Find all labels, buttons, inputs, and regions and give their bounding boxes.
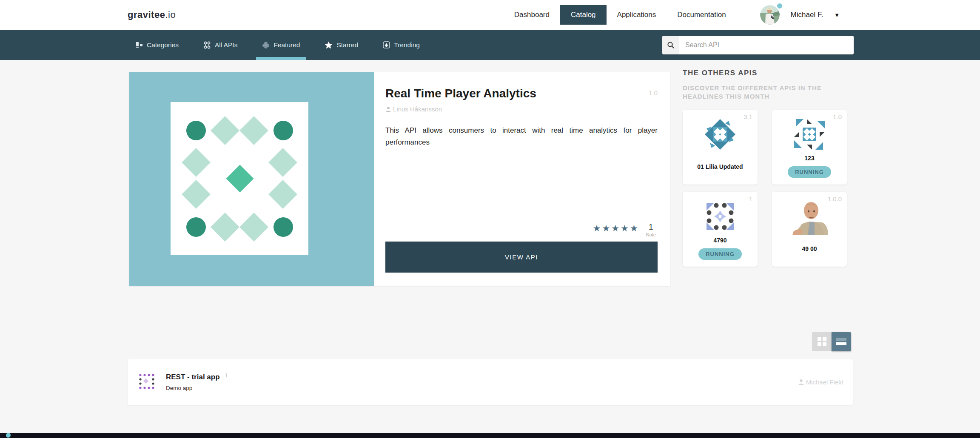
subnav-label: Categories	[147, 41, 179, 49]
rating-row: ★★★★★ 1 Note	[593, 223, 656, 237]
pinwheel-blue-black-icon	[792, 117, 826, 152]
author-name: Linus Håkansson	[393, 105, 442, 113]
person-icon	[385, 106, 391, 112]
star-icon	[325, 41, 333, 49]
api-version: 1.0.0	[828, 195, 842, 202]
featured-api-version: 1.0	[649, 87, 658, 97]
api-name: 4790	[713, 237, 726, 244]
api-name: 01 Lilia Updated	[697, 163, 743, 170]
dots-pinwheel-icon	[703, 199, 737, 234]
list-view-button[interactable]	[832, 332, 851, 351]
avatar-image	[760, 5, 780, 25]
app-text-block: REST - trial app 1 Demo app	[166, 373, 228, 391]
subnav-label: All APIs	[215, 41, 237, 49]
nav-item-documentation[interactable]: Documentation	[667, 5, 736, 25]
rating-count-label: Note	[646, 232, 656, 237]
grid-view-icon	[818, 337, 826, 346]
status-badge: RUNNING	[788, 166, 831, 178]
status-badge: RUNNING	[698, 248, 742, 260]
api-card-01-lilia-updated[interactable]: 3.1 01 Lilia Updated	[683, 110, 758, 185]
search-icon	[662, 36, 679, 54]
app-row-rest-trial-app[interactable]: REST - trial app 1 Demo app Michael Fiel…	[128, 359, 853, 405]
api-name: 123	[804, 155, 814, 162]
search-input[interactable]	[679, 36, 854, 54]
featured-icon	[262, 41, 270, 49]
trending-icon	[383, 41, 390, 48]
header-divider	[748, 5, 748, 25]
api-card-4790[interactable]: 1	[683, 192, 758, 267]
chat-widget-dot[interactable]	[6, 433, 11, 438]
featured-api-image[interactable]	[129, 72, 374, 286]
subnav-label: Trending	[394, 41, 420, 49]
featured-api-card: Real Time Player Analytics 1.0 Linus Håk…	[129, 72, 670, 286]
top-nav: Dashboard Catalog Applications Documenta…	[504, 0, 737, 30]
view-api-button[interactable]: VIEW API	[385, 242, 658, 273]
user-name[interactable]: Michael F.	[791, 11, 823, 19]
others-apis-grid: 3.1 01 Lilia Updated	[683, 110, 853, 267]
view-mode-toggle	[812, 332, 851, 351]
others-apis-title: THE OTHERS APIS	[683, 69, 853, 77]
owner-photo	[789, 199, 830, 234]
app-name[interactable]: REST - trial app	[166, 373, 220, 381]
grid-view-button[interactable]	[812, 332, 832, 351]
others-apis-subtitle: DISCOVER THE DIFFERENT APIS IN THE HEADL…	[683, 84, 853, 100]
nav-item-dashboard[interactable]: Dashboard	[504, 5, 560, 25]
list-view-icon	[836, 338, 846, 345]
api-version: 1.0	[833, 113, 842, 120]
app-count: 1	[225, 372, 228, 378]
featured-api-body: Real Time Player Analytics 1.0 Linus Håk…	[374, 72, 670, 286]
rating-count: 1	[649, 222, 653, 232]
subnav-label: Starred	[336, 41, 358, 49]
person-icon	[798, 379, 804, 385]
subnav-item-trending[interactable]: Trending	[377, 30, 426, 60]
nav-item-applications[interactable]: Applications	[607, 5, 667, 25]
app-owner: Michael Field	[798, 378, 843, 386]
logo-text-bold: gravitee	[128, 9, 165, 20]
user-menu-caret-icon[interactable]: ▼	[834, 12, 840, 18]
gravitee-logo[interactable]: gravitee.io	[128, 9, 176, 20]
categories-icon	[136, 41, 143, 48]
footer-bar	[0, 433, 980, 438]
top-header: gravitee.io Dashboard Catalog Applicatio…	[0, 0, 980, 30]
nav-item-catalog[interactable]: Catalog	[560, 5, 607, 25]
pinwheel-teal-icon	[702, 117, 738, 152]
api-card-49-00[interactable]: 1.0.0 49 00	[772, 192, 847, 267]
app-dots-icon	[137, 372, 157, 393]
api-version: 3.1	[744, 113, 752, 120]
online-status-dot	[777, 3, 782, 9]
catalog-subnav: Categories All APIs	[0, 30, 980, 60]
all-apis-icon	[203, 41, 211, 49]
api-name: 49 00	[802, 245, 817, 252]
search-box	[662, 36, 854, 54]
logo-text-light: .io	[165, 9, 176, 20]
subnav-label: Featured	[273, 41, 300, 49]
featured-api-author: Linus Håkansson	[385, 105, 658, 113]
subnav-item-all-apis[interactable]: All APIs	[197, 30, 243, 60]
user-avatar[interactable]	[760, 5, 780, 25]
app-description: Demo app	[166, 385, 228, 391]
rating-stars[interactable]: ★★★★★	[593, 223, 639, 233]
api-card-123[interactable]: 1.0	[772, 110, 847, 185]
app-owner-name: Michael Field	[806, 378, 843, 386]
subnav-item-categories[interactable]: Categories	[130, 30, 185, 60]
subnav-item-starred[interactable]: Starred	[319, 30, 364, 60]
featured-api-description: This API allows consumers to interact wi…	[385, 125, 658, 148]
api-version: 1	[749, 195, 752, 202]
featured-api-title[interactable]: Real Time Player Analytics	[385, 87, 536, 100]
others-apis-panel: THE OTHERS APIS DISCOVER THE DIFFERENT A…	[683, 69, 853, 267]
subnav-item-featured[interactable]: Featured	[256, 30, 306, 60]
